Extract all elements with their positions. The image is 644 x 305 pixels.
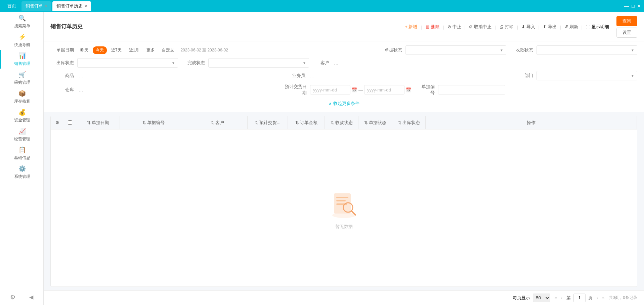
prev-page-btn[interactable]: ‹	[560, 295, 564, 301]
th-status[interactable]: ⇅ 单据状态	[358, 116, 392, 129]
stop-button[interactable]: ⊘ 中止	[447, 24, 461, 30]
date-btn-1month[interactable]: 近1月	[126, 46, 142, 54]
date-btn-today[interactable]: 今天	[93, 46, 107, 54]
date-btn-7days[interactable]: 近7天	[108, 46, 125, 54]
refresh-button[interactable]: ↺ 刷新	[564, 24, 578, 30]
th-date[interactable]: ⇅ 单据日期	[76, 116, 120, 129]
page-input[interactable]	[573, 294, 586, 302]
th-no[interactable]: ⇅ 单据编号	[120, 116, 187, 129]
tab-sales-order-history[interactable]: 销售订单历史 ×	[52, 1, 91, 11]
sidebar-settings-icon[interactable]: ⚙	[10, 294, 15, 301]
stock-calc-icon: 📦	[18, 90, 26, 97]
th-amount-icon: ⇅	[295, 120, 299, 125]
bill-status-label: 单据状态	[382, 47, 405, 53]
sidebar-item-search-menu-label: 搜索菜单	[14, 23, 30, 29]
table-header: ⚙ ⇅ 单据日期 ⇅ 单据编号 ⇅ 客户	[51, 116, 637, 129]
sales-mgmt-icon: 📊	[18, 52, 26, 60]
complete-status-select[interactable]: ▼	[208, 58, 309, 68]
salesperson-ellipsis[interactable]: ...	[310, 73, 314, 79]
show-detail-checkbox[interactable]	[586, 25, 590, 29]
empty-svg	[324, 187, 364, 220]
th-status-icon: ⇅	[364, 120, 368, 125]
calendar-from-icon[interactable]: 📅	[352, 87, 357, 92]
th-delivery[interactable]: ⇅ 预计交货...	[248, 116, 288, 129]
th-out-label: 出库状态	[402, 120, 420, 126]
import-button[interactable]: ⬇ 导入	[521, 24, 535, 30]
topbar-controls: — □ ×	[624, 3, 641, 10]
date-btn-yesterday[interactable]: 昨天	[77, 46, 91, 54]
th-op-label: 操作	[527, 120, 535, 126]
page-size-select[interactable]: 50 10 20 100	[533, 294, 550, 302]
delivery-date-label: 预计交货日期	[283, 84, 310, 96]
main-layout: 🔍 搜索菜单 ⚡ 快捷导航 📊 销售管理 🛒 采购管理 📦 库存核算 💰 资金管…	[0, 12, 644, 305]
sidebar-item-purchase-mgmt[interactable]: 🛒 采购管理	[0, 69, 43, 87]
delivery-date-from[interactable]: yyyy-mm-dd	[310, 85, 350, 94]
date-btn-group: 昨天 今天 近7天 近1月 更多 自定义	[77, 46, 177, 54]
sidebar-item-base-info[interactable]: 📋 基础信息	[0, 144, 43, 163]
th-check[interactable]	[64, 116, 76, 129]
th-operation: 操作	[426, 116, 637, 129]
payment-status-label: 收款状态	[513, 47, 536, 53]
bill-status-select[interactable]: ▼	[405, 45, 506, 55]
sidebar-item-stock-calc[interactable]: 📦 库存核算	[0, 87, 43, 106]
th-settings[interactable]: ⚙	[51, 116, 64, 129]
tab-sales-order-close[interactable]: ×	[45, 4, 47, 8]
sidebar-item-search-menu[interactable]: 🔍 搜索菜单	[0, 12, 43, 31]
filter-date-control: 昨天 今天 近7天 近1月 更多 自定义 2023-06-02 至 2023-0…	[77, 46, 382, 54]
bill-no-input[interactable]	[438, 85, 505, 94]
print-button[interactable]: 🖨 打印	[499, 24, 514, 30]
maximize-btn[interactable]: □	[632, 3, 634, 9]
table-area: ⚙ ⇅ 单据日期 ⇅ 单据编号 ⇅ 客户	[44, 112, 644, 290]
bill-date-label: 单据日期	[50, 47, 77, 53]
filter-row-4: 仓库 ... 预计交货日期 yyyy-mm-dd 📅 — yyyy-mm-dd …	[50, 84, 637, 96]
sidebar-item-stock-calc-label: 库存核算	[14, 99, 30, 104]
delete-button[interactable]: 🗑 删除	[425, 24, 440, 30]
total-info: 共0页，0条记录	[609, 295, 637, 301]
sidebar-item-fund-mgmt[interactable]: 💰 资金管理	[0, 106, 43, 125]
bill-no-input-wrap	[438, 85, 637, 94]
next-page-btn[interactable]: ›	[595, 295, 599, 301]
close-window-btn[interactable]: ×	[637, 3, 641, 10]
tab-sales-order-history-close[interactable]: ×	[85, 4, 87, 8]
bill-status-arrow: ▼	[500, 48, 503, 52]
search-menu-icon: 🔍	[18, 14, 26, 22]
sidebar-item-sys-mgmt[interactable]: ⚙️ 系统管理	[0, 163, 43, 182]
th-out-status[interactable]: ⇅ 出库状态	[392, 116, 426, 129]
out-status-arrow: ▼	[172, 61, 175, 65]
th-customer[interactable]: ⇅ 客户	[187, 116, 248, 129]
product-ellipsis[interactable]: ...	[79, 73, 83, 79]
sidebar-item-sales-mgmt[interactable]: 📊 销售管理	[0, 50, 43, 69]
sidebar-item-quick-nav[interactable]: ⚡ 快捷导航	[0, 31, 43, 50]
th-payment[interactable]: ⇅ 收款状态	[325, 116, 358, 129]
new-button[interactable]: + 新增	[405, 24, 417, 30]
tab-home[interactable]: 首页	[3, 1, 20, 11]
date-btn-custom[interactable]: 自定义	[159, 46, 177, 54]
date-btn-more[interactable]: 更多	[143, 46, 158, 54]
delivery-date-to[interactable]: yyyy-mm-dd	[364, 85, 404, 94]
select-all-checkbox[interactable]	[68, 120, 72, 125]
sidebar-item-fund-mgmt-label: 资金管理	[14, 117, 30, 123]
sidebar-collapse-icon[interactable]: ◀	[29, 294, 33, 300]
warehouse-label: 仓库	[50, 87, 77, 93]
export-button[interactable]: ⬆ 导出	[543, 24, 557, 30]
customer-label: 客户	[316, 60, 333, 66]
sidebar-item-sales-mgmt-label: 销售管理	[14, 61, 30, 67]
last-page-btn[interactable]: »	[601, 295, 606, 301]
th-amount[interactable]: ⇅ 订单金额	[288, 116, 325, 129]
th-no-label: 单据编号	[147, 120, 165, 126]
settings-button[interactable]: 设置	[616, 28, 637, 38]
department-select[interactable]: ▼	[536, 71, 637, 80]
query-button[interactable]: 查询	[616, 16, 637, 26]
collapse-label: 收起更多条件	[333, 101, 359, 107]
customer-ellipsis[interactable]: ...	[334, 60, 338, 66]
sidebar-item-biz-mgmt[interactable]: 📈 经营管理	[0, 125, 43, 144]
minimize-btn[interactable]: —	[624, 3, 629, 9]
first-page-btn[interactable]: «	[553, 295, 558, 301]
payment-status-select[interactable]: ▼	[536, 45, 637, 55]
tab-sales-order[interactable]: 销售订单 ×	[22, 1, 51, 11]
out-status-select[interactable]: ▼	[77, 58, 178, 68]
cancel-stop-button[interactable]: ⊘ 取消中止	[469, 24, 491, 30]
warehouse-ellipsis[interactable]: ...	[79, 87, 83, 93]
calendar-to-icon[interactable]: 📅	[406, 87, 411, 92]
collapse-bar[interactable]: ∧ 收起更多条件	[50, 99, 637, 108]
